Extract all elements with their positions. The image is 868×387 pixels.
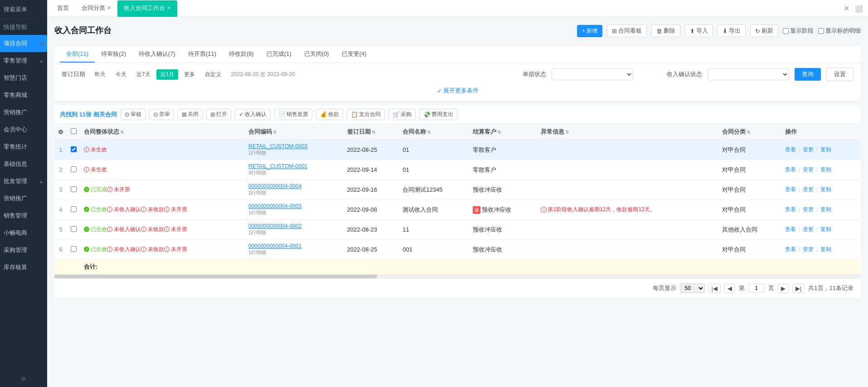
expand-conditions-button[interactable]: ✓ 展开更多条件 xyxy=(433,85,482,97)
row-code-5[interactable]: 0000000000004-0002 1行明细 xyxy=(245,220,344,240)
sidebar-item-inventory[interactable]: 库存核算 xyxy=(0,259,47,276)
sidebar-item-retail-stats[interactable]: 零售统计 xyxy=(0,138,47,155)
import-button[interactable]: ⬆ 导入 xyxy=(685,24,713,37)
sidebar-item-marketing[interactable]: 营销推广 xyxy=(0,104,47,121)
collect-payment-button[interactable]: 💰 收款 xyxy=(316,109,343,120)
page-input[interactable] xyxy=(748,284,765,293)
th-error[interactable]: 异常信息⇅ xyxy=(537,124,718,140)
page-size-select[interactable]: 50 10 20 100 xyxy=(680,283,705,293)
row-checkbox-5[interactable] xyxy=(67,220,80,240)
delete-button[interactable]: 🗑 删除 xyxy=(651,24,680,37)
prev-page-button[interactable]: ◀ xyxy=(724,284,735,293)
expense-contract-button[interactable]: 📋 支出合同 xyxy=(347,109,385,120)
search-button[interactable]: 查询 xyxy=(795,68,821,81)
date-chip-7days[interactable]: 近7天 xyxy=(132,69,155,80)
show-details-checkbox[interactable]: 显示标的明细 xyxy=(818,27,861,35)
date-chip-custom[interactable]: 自定义 xyxy=(201,69,225,80)
edit-link[interactable]: 变更 xyxy=(803,166,814,173)
th-date[interactable]: 签订日期⇅ xyxy=(344,124,399,140)
filter-tab-pending-payment[interactable]: 待收款(8) xyxy=(223,46,260,63)
th-category[interactable]: 合同分类⇅ xyxy=(718,124,782,140)
view-link[interactable]: 查看 xyxy=(785,146,796,153)
review-button[interactable]: ⊙ 审核 xyxy=(121,109,145,120)
first-page-button[interactable]: |◀ xyxy=(708,284,721,293)
date-chip-today[interactable]: 今天 xyxy=(112,69,131,80)
filter-tab-pending-review[interactable]: 待审核(2) xyxy=(95,46,132,63)
restore-window-icon[interactable]: ⬜ xyxy=(853,5,864,12)
tab-home[interactable]: 首页 xyxy=(51,0,75,17)
sidebar-search[interactable]: 搜索菜单 xyxy=(0,0,47,19)
filter-tab-closed[interactable]: 已关闭(0) xyxy=(298,46,335,63)
filter-tab-changed[interactable]: 已变更(4) xyxy=(335,46,373,63)
horizontal-scrollbar[interactable] xyxy=(54,275,861,278)
edit-link[interactable]: 变更 xyxy=(803,146,814,153)
show-stages-checkbox[interactable]: 显示阶段 xyxy=(783,27,814,35)
date-chip-yesterday[interactable]: 昨天 xyxy=(91,69,110,80)
edit-link[interactable]: 变更 xyxy=(803,186,814,193)
refresh-button[interactable]: ↻ 刷新 xyxy=(750,24,778,37)
sidebar-nav[interactable]: 快捷导航 xyxy=(0,19,47,35)
date-chip-more[interactable]: 更多 xyxy=(180,69,199,80)
filter-tab-pending-confirm[interactable]: 待收入确认(7) xyxy=(132,46,182,63)
tab-income-contract[interactable]: 收入合同工作台 ✕ xyxy=(117,0,177,17)
copy-link[interactable]: 复制 xyxy=(820,226,831,232)
sales-invoice-button[interactable]: 📄 销售发票 xyxy=(274,109,312,120)
copy-link[interactable]: 复制 xyxy=(820,246,831,252)
th-code[interactable]: 合同编码⇅ xyxy=(245,124,344,140)
th-name[interactable]: 合同名称⇅ xyxy=(399,124,469,140)
view-link[interactable]: 查看 xyxy=(785,226,796,232)
close-contract-button[interactable]: ⊠ 关闭 xyxy=(178,109,203,120)
abandon-review-button[interactable]: ⊙ 弃审 xyxy=(149,109,174,120)
close-all-tabs-icon[interactable]: ✕ xyxy=(840,4,853,13)
th-customer[interactable]: 结算客户⇅ xyxy=(469,124,537,140)
new-button[interactable]: + 新增 xyxy=(577,25,602,37)
sidebar-item-wholesale[interactable]: 批发管理 ▲ xyxy=(0,173,47,190)
confirm-status-select[interactable] xyxy=(708,68,789,80)
tab-close-active-icon[interactable]: ✕ xyxy=(167,5,171,11)
row-checkbox-4[interactable] xyxy=(67,200,80,220)
view-link[interactable]: 查看 xyxy=(785,186,796,193)
row-code-4[interactable]: 0000000000004-0003 1行明细 xyxy=(245,200,344,220)
row-code-3[interactable]: 0000000000004-0004 1行明细 xyxy=(245,180,344,200)
edit-link[interactable]: 变更 xyxy=(803,246,814,252)
tab-contract-category[interactable]: 合同分类 ✕ xyxy=(75,0,117,17)
open-contract-button[interactable]: ⊞ 打开 xyxy=(206,109,231,120)
filter-tab-completed[interactable]: 已完成(1) xyxy=(260,46,298,63)
row-checkbox-1[interactable] xyxy=(67,140,80,160)
tab-close-icon[interactable]: ✕ xyxy=(107,5,111,11)
income-confirm-button[interactable]: ✓ 收入确认 xyxy=(235,109,271,120)
row-checkbox-2[interactable] xyxy=(67,160,80,180)
copy-link[interactable]: 复制 xyxy=(820,206,831,213)
show-details-input[interactable] xyxy=(818,28,824,34)
sidebar-item-smart-store[interactable]: 智慧门店 xyxy=(0,69,47,87)
last-page-button[interactable]: ▶| xyxy=(792,284,805,293)
setting-button[interactable]: 设置 xyxy=(826,68,853,81)
row-code-6[interactable]: 0000000000004-0001 1行明细 xyxy=(245,240,344,260)
filter-tab-all[interactable]: 全部(11) xyxy=(60,46,95,63)
contract-board-button[interactable]: ⊞ 合同看板 xyxy=(607,24,647,37)
th-status[interactable]: 合同整体状态⇅ xyxy=(80,124,245,140)
view-link[interactable]: 查看 xyxy=(785,246,796,252)
export-button[interactable]: ⬇ 导出 xyxy=(718,24,746,37)
sidebar-item-marketing-2[interactable]: 营销推广 xyxy=(0,190,47,207)
sidebar-item-retail-mgmt[interactable]: 零售管理 ▲ xyxy=(0,52,47,69)
settings-icon[interactable]: ⚙ xyxy=(0,371,47,387)
scrollbar-thumb[interactable] xyxy=(54,275,377,278)
row-code-2[interactable]: RETAIL_CUSTOM-0001 3行明细 xyxy=(245,160,344,180)
edit-link[interactable]: 变更 xyxy=(803,226,814,232)
settings-icon-th[interactable]: ⚙ xyxy=(58,129,63,135)
row-checkbox-3[interactable] xyxy=(67,180,80,200)
sidebar-item-retail-mall[interactable]: 零售商城 xyxy=(0,87,47,104)
filter-tab-pending-invoice[interactable]: 待开票(11) xyxy=(182,46,223,63)
view-link[interactable]: 查看 xyxy=(785,166,796,173)
view-link[interactable]: 查看 xyxy=(785,206,796,213)
copy-link[interactable]: 复制 xyxy=(820,146,831,153)
sidebar-item-ecommerce[interactable]: 小畅电商 xyxy=(0,224,47,242)
sidebar-item-sales-mgmt[interactable]: 销售管理 xyxy=(0,207,47,224)
purchase-button[interactable]: 🛒 采购 xyxy=(388,109,416,120)
next-page-button[interactable]: ▶ xyxy=(778,284,789,293)
copy-link[interactable]: 复制 xyxy=(820,186,831,193)
sidebar-item-member[interactable]: 会员中心 xyxy=(0,121,47,138)
sidebar-item-basic-info[interactable]: 基础信息 xyxy=(0,155,47,173)
select-all-checkbox[interactable] xyxy=(71,128,77,134)
